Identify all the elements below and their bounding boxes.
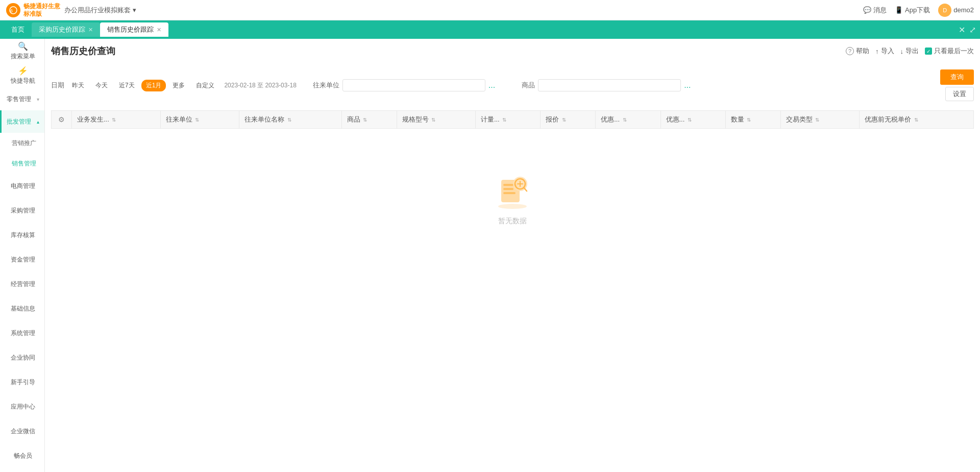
tab-purchase-close-icon[interactable]: ✕ [88, 27, 93, 33]
inventory-label: 库存核算 [11, 231, 35, 240]
purchase-mgmt-label: 采购管理 [11, 206, 35, 215]
col-discount1[interactable]: 优惠... ⇅ [596, 111, 660, 129]
sort-trade-type-icon: ⇅ [815, 117, 819, 123]
col-discount2[interactable]: 优惠... ⇅ [660, 111, 725, 129]
company-selector[interactable]: 办公用品行业模拟账套 ▾ [64, 6, 136, 15]
export-icon: ↓ [900, 48, 904, 55]
col-spec[interactable]: 规格型号 ⇅ [397, 111, 475, 129]
sidebar-item-purchase-mgmt[interactable]: 采购管理 [0, 198, 44, 223]
sort-spec-icon: ⇅ [431, 117, 435, 123]
col-partner-name[interactable]: 往来单位名称 ⇅ [239, 111, 341, 129]
member-label: 畅会员 [14, 452, 32, 460]
tab-purchase-history[interactable]: 采购历史价跟踪 ✕ [32, 22, 100, 37]
tab-sales-history[interactable]: 销售历史价跟踪 ✕ [100, 22, 168, 37]
date-btn-1month[interactable]: 近1月 [141, 80, 166, 91]
import-btn[interactable]: ↑ 导入 [875, 46, 894, 56]
tab-sales-close-icon[interactable]: ✕ [157, 27, 161, 33]
sidebar-item-member[interactable]: 畅会员 [0, 443, 44, 468]
message-btn[interactable]: 💬 消息 [863, 6, 887, 15]
quick-nav-label: 快捷导航 [11, 77, 35, 85]
partner-filter-group: 往来单位 ... [313, 79, 495, 91]
goods-filter-group: 商品 ... [522, 79, 691, 91]
partner-input[interactable] [342, 79, 485, 91]
col-unit[interactable]: 计量... ⇅ [475, 111, 540, 129]
sidebar-item-system-mgmt[interactable]: 系统管理 [0, 321, 44, 345]
help-label: 帮助 [856, 46, 869, 56]
col-unit-label: 计量... [481, 115, 500, 123]
logo-area: 6 畅捷通好生意标准版 [6, 3, 60, 17]
help-btn[interactable]: ? 帮助 [846, 46, 869, 56]
goods-label: 商品 [522, 81, 535, 90]
sidebar-item-app-center[interactable]: 应用中心 [0, 394, 44, 419]
date-filter-group: 日期 昨天 今天 近7天 近1月 更多 自定义 2023-02-18 至 202… [51, 80, 297, 91]
page-actions: ? 帮助 ↑ 导入 ↓ 导出 只看最后一次 [846, 46, 974, 56]
export-label: 导出 [905, 46, 919, 56]
svg-rect-6 [503, 192, 516, 194]
date-btn-more[interactable]: 更多 [168, 80, 189, 91]
date-buttons: 昨天 今天 近7天 近1月 更多 自定义 [67, 80, 219, 91]
sidebar-sub-marketing[interactable]: 营销推广 [0, 133, 44, 153]
table-settings-icon[interactable]: ⚙ [58, 115, 65, 124]
date-btn-yesterday[interactable]: 昨天 [67, 80, 89, 91]
sidebar-item-inventory[interactable]: 库存核算 [0, 223, 44, 247]
col-goods[interactable]: 商品 ⇅ [341, 111, 397, 129]
sort-quote-icon: ⇅ [562, 117, 566, 123]
only-last-checkbox[interactable]: 只看最后一次 [925, 46, 974, 56]
date-label: 日期 [51, 81, 64, 90]
filter-bar: 日期 昨天 今天 近7天 近1月 更多 自定义 2023-02-18 至 202… [51, 64, 974, 106]
sidebar-item-retail-mgmt[interactable]: 零售管理 ▾ [0, 88, 44, 110]
sidebar-item-finance-mgmt[interactable]: 资金管理 [0, 247, 44, 272]
partner-label: 往来单位 [313, 81, 339, 90]
goods-dots-btn[interactable]: ... [684, 81, 691, 90]
sidebar-item-operations-mgmt[interactable]: 经营管理 [0, 272, 44, 296]
col-spec-label: 规格型号 [402, 115, 429, 123]
top-header: 6 畅捷通好生意标准版 办公用品行业模拟账套 ▾ 💬 消息 📱 App下载 D … [0, 0, 980, 20]
page-title-bar: 销售历史价查询 ? 帮助 ↑ 导入 ↓ 导出 [51, 45, 974, 57]
sidebar-item-wholesale-mgmt[interactable]: 批发管理 ▴ [0, 110, 44, 133]
main-layout: 🔍 搜索菜单 ⚡ 快捷导航 零售管理 ▾ 批发管理 ▴ 营销推广 销售管理 电商… [0, 39, 980, 472]
sidebar-item-ecommerce-mgmt[interactable]: 电商管理 [0, 174, 44, 198]
close-all-tabs-btn[interactable]: ✕ [959, 25, 965, 35]
logo-svg: 6 [9, 6, 18, 15]
operations-mgmt-label: 经营管理 [11, 280, 35, 289]
date-btn-today[interactable]: 今天 [91, 80, 112, 91]
svg-text:6: 6 [10, 8, 13, 13]
sales-mgmt-label: 销售管理 [12, 159, 36, 168]
partner-dots-btn[interactable]: ... [488, 81, 495, 90]
export-btn[interactable]: ↓ 导出 [900, 46, 919, 56]
username: demo2 [953, 6, 974, 14]
import-icon: ↑ [875, 48, 879, 55]
date-range-text: 2023-02-18 至 2023-03-18 [224, 81, 296, 90]
sidebar-item-new-guide[interactable]: 新手引导 [0, 370, 44, 394]
checkbox-icon [925, 48, 932, 55]
query-button[interactable]: 查询 [940, 69, 974, 85]
sidebar-item-basic-info[interactable]: 基础信息 [0, 296, 44, 321]
sidebar-item-search-menu[interactable]: 🔍 搜索菜单 [0, 39, 44, 63]
avatar: D [938, 4, 951, 17]
col-partner-code[interactable]: 往来单位 ⇅ [160, 111, 239, 129]
sidebar-sub-sales-mgmt[interactable]: 销售管理 [0, 153, 44, 174]
col-settings[interactable]: ⚙ [52, 111, 72, 129]
date-btn-7days[interactable]: 近7天 [114, 80, 139, 91]
date-btn-custom[interactable]: 自定义 [191, 80, 219, 91]
col-discount1-label: 优惠... [601, 115, 620, 123]
sort-partner-code-icon: ⇅ [195, 117, 199, 123]
col-pretax-price[interactable]: 优惠前无税单价 ⇅ [860, 111, 974, 129]
tab-home[interactable]: 首页 [4, 22, 32, 37]
sidebar-item-enterprise-cooperation[interactable]: 企业协同 [0, 345, 44, 370]
goods-input[interactable] [538, 79, 681, 91]
settings-button[interactable]: 设置 [945, 87, 974, 101]
user-menu[interactable]: D demo2 [938, 4, 974, 17]
app-download-btn[interactable]: 📱 App下载 [895, 6, 930, 15]
sidebar-item-quick-nav[interactable]: ⚡ 快捷导航 [0, 63, 44, 88]
col-trade-type[interactable]: 交易类型 ⇅ [780, 111, 859, 129]
col-biz-date[interactable]: 业务发生... ⇅ [72, 111, 161, 129]
app-download-label: App下载 [905, 6, 930, 15]
sidebar-item-enterprise-wechat[interactable]: 企业微信 [0, 419, 44, 443]
expand-btn[interactable]: ⤢ [969, 25, 976, 35]
sort-pretax-price-icon: ⇅ [914, 117, 918, 123]
col-quantity[interactable]: 数量 ⇅ [725, 111, 780, 129]
col-quote[interactable]: 报价 ⇅ [541, 111, 596, 129]
import-label: 导入 [881, 46, 894, 56]
only-last-label: 只看最后一次 [934, 46, 974, 56]
